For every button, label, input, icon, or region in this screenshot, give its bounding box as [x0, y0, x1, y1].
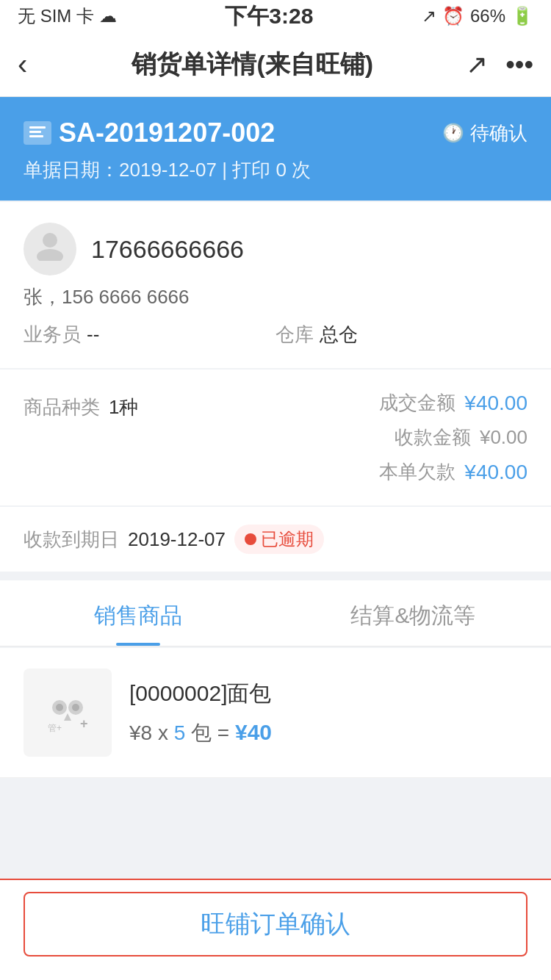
page-title: 销货单详情(来自旺铺)	[39, 48, 466, 82]
product-thumbnail: + 管+	[24, 669, 112, 757]
svg-marker-9	[64, 713, 71, 721]
customer-detail: 张，156 6666 6666	[24, 284, 527, 310]
sales-label: 业务员	[24, 322, 81, 347]
location-icon: ↗	[422, 6, 436, 26]
svg-text:+: +	[80, 716, 88, 731]
nav-bar: ‹ 销货单详情(来自旺铺) ↗︎ •••	[0, 32, 551, 97]
order-status-badge: 🕐 待确认	[442, 120, 527, 146]
order-date-info: 单据日期：2019-12-07 | 打印 0 次	[24, 157, 527, 183]
bottom-bar: 旺铺订单确认	[0, 879, 551, 980]
more-icon[interactable]: •••	[505, 49, 533, 80]
status-left: 无 SIM 卡 ☁	[18, 4, 117, 28]
product-item: + 管+ [0000002]面包 ¥8 x 5 包 = ¥40	[0, 648, 551, 778]
received-value: ¥0.00	[480, 426, 527, 449]
received-label: 收款金额	[395, 425, 471, 450]
confirm-order-button[interactable]: 旺铺订单确认	[24, 892, 527, 956]
product-price-row: ¥8 x 5 包 = ¥40	[129, 719, 527, 747]
category-info: 商品种类 1种	[24, 390, 379, 420]
back-button[interactable]: ‹	[18, 48, 27, 81]
product-price: ¥8	[129, 721, 152, 744]
svg-point-4	[37, 249, 63, 261]
customer-phone: 17666666666	[91, 235, 244, 264]
product-equals: =	[217, 721, 235, 744]
amount-info: 成交金额 ¥40.00 收款金额 ¥0.00 本单欠款 ¥40.00	[379, 390, 527, 485]
svg-rect-2	[29, 135, 43, 137]
tab-settlement[interactable]: 结算&物流等	[276, 580, 551, 646]
status-time: 下午3:28	[225, 1, 313, 32]
person-icon	[35, 230, 65, 268]
customer-meta: 业务员 -- 仓库 总仓	[24, 322, 527, 347]
product-unit: 包	[191, 721, 212, 744]
due-date-value: 2019-12-07	[128, 528, 226, 551]
overdue-badge: 已逾期	[234, 525, 324, 554]
warehouse-value: 总仓	[320, 322, 358, 347]
no-sim-text: 无 SIM 卡 ☁	[18, 4, 117, 28]
warehouse-label: 仓库	[276, 322, 314, 347]
order-header-card: SA-20191207-002 🕐 待确认 单据日期：2019-12-07 | …	[0, 97, 551, 201]
due-label: 收款到期日	[24, 527, 119, 552]
product-multiply: x	[158, 721, 174, 744]
overdue-dot-icon	[245, 533, 256, 545]
sales-value: --	[87, 323, 99, 346]
status-bar: 无 SIM 卡 ☁ 下午3:28 ↗ ⏰ 66% 🔋	[0, 0, 551, 32]
order-doc-icon	[24, 121, 51, 145]
svg-rect-1	[29, 131, 41, 133]
nav-actions: ↗︎ •••	[466, 49, 533, 80]
tab-products[interactable]: 销售商品	[0, 580, 276, 646]
battery-icon: 🔋	[511, 6, 533, 26]
product-name: [0000002]面包	[129, 679, 527, 709]
svg-text:管+: 管+	[48, 723, 62, 733]
customer-card: 17666666666 张，156 6666 6666 业务员 -- 仓库 总仓	[0, 202, 551, 368]
product-qty: 5	[174, 721, 186, 744]
balance-label: 本单欠款	[379, 459, 455, 485]
svg-point-3	[43, 233, 57, 248]
clock-icon: 🕐	[442, 123, 464, 143]
order-number: SA-20191207-002	[24, 118, 275, 148]
deal-amount-label: 成交金额	[379, 390, 455, 416]
product-logo: + 管+	[42, 693, 93, 733]
product-list: + 管+ [0000002]面包 ¥8 x 5 包 = ¥40	[0, 648, 551, 778]
svg-point-8	[72, 704, 79, 711]
balance-value: ¥40.00	[464, 461, 527, 484]
battery-text: 66%	[470, 6, 505, 26]
due-date-card: 收款到期日 2019-12-07 已逾期	[0, 507, 551, 572]
product-info: [0000002]面包 ¥8 x 5 包 = ¥40	[129, 679, 527, 747]
share-icon[interactable]: ↗︎	[466, 49, 488, 80]
deal-amount-value: ¥40.00	[464, 392, 527, 415]
summary-card: 商品种类 1种 成交金额 ¥40.00 收款金额 ¥0.00 本单欠款 ¥40.…	[0, 370, 551, 505]
tabs-bar: 销售商品 结算&物流等	[0, 580, 551, 646]
product-total: ¥40	[235, 720, 272, 744]
overdue-text: 已逾期	[261, 527, 314, 551]
avatar	[24, 223, 76, 275]
svg-point-7	[56, 704, 63, 711]
svg-rect-0	[29, 126, 46, 129]
status-right: ↗ ⏰ 66% 🔋	[422, 6, 533, 26]
alarm-icon: ⏰	[442, 6, 464, 26]
